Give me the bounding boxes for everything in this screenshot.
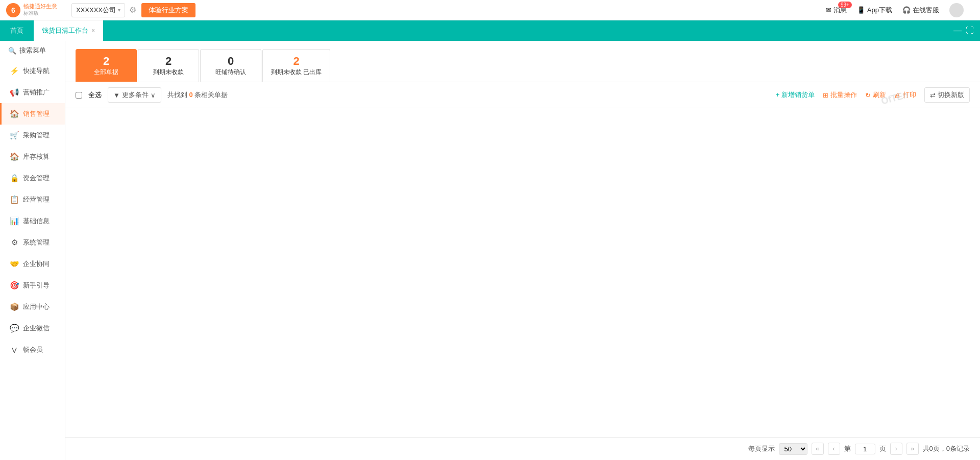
logo-text: 畅捷通好生意 [23, 3, 57, 10]
sidebar-item-marketing[interactable]: 📢 营销推广 [0, 82, 65, 103]
sidebar-item-label: 系统管理 [23, 238, 50, 247]
filter-tabs: 2 全部单据 2 到期未收款 0 旺铺待确认 2 到期未收款 已出库 [65, 41, 980, 82]
refresh-label: 刷新 [873, 90, 886, 100]
sidebar-item-quick-nav[interactable]: ⚡ 快捷导航 [0, 60, 65, 82]
home-icon: 🏠 [10, 109, 19, 118]
close-tab-icon[interactable]: × [91, 27, 95, 34]
filter-icon: ▼ [113, 91, 120, 99]
pagination: 每页显示 50 100 200 « ‹ 第 页 › » 共0页，0条记录 [65, 437, 980, 460]
sidebar-item-wechat[interactable]: 💬 企业微信 [0, 318, 65, 339]
cart-icon: 🛒 [10, 131, 19, 140]
window-controls: — ⛶ [953, 26, 980, 35]
sidebar: 🔍 搜索菜单 ⚡ 快捷导航 📢 营销推广 🏠 销售管理 🛒 采购管理 🏠 库存核… [0, 41, 65, 460]
print-icon: 🖨 [894, 91, 901, 99]
filter-tab-overdue[interactable]: 2 到期未收款 [138, 49, 199, 82]
sidebar-item-purchase[interactable]: 🛒 采购管理 [0, 125, 65, 146]
vip-icon: V [10, 345, 19, 354]
first-page-button[interactable]: « [812, 443, 824, 455]
handshake-icon: 🤝 [10, 259, 19, 269]
sidebar-item-operations[interactable]: 📋 经营管理 [0, 189, 65, 210]
filter-tab-out[interactable]: 2 到期未收款 已出库 [262, 49, 330, 82]
switch-label: 切换新版 [938, 90, 964, 100]
guide-icon: 🎯 [10, 281, 19, 290]
sidebar-item-inventory[interactable]: 🏠 库存核算 [0, 146, 65, 167]
page-size-select[interactable]: 50 100 200 [779, 443, 807, 455]
last-page-icon: » [911, 445, 914, 452]
tab-cash-daily[interactable]: 钱货日清工作台 × [34, 20, 103, 41]
filter-tab-pending[interactable]: 0 旺铺待确认 [200, 49, 261, 82]
found-prefix: 共找到 [167, 91, 187, 99]
next-page-button[interactable]: › [890, 443, 902, 455]
page-size-label: 每页显示 [748, 444, 775, 453]
search-menu-label: 搜索菜单 [19, 46, 46, 55]
chevron-down-icon: ▾ [118, 7, 120, 13]
trial-button[interactable]: 体验行业方案 [141, 3, 195, 17]
sidebar-item-label: 企业协同 [23, 259, 50, 269]
logo-sub: 标准版 [23, 10, 57, 17]
online-service-label: 在线客服 [913, 6, 939, 15]
select-all-checkbox[interactable] [76, 92, 82, 99]
logo-area: 6 畅捷通好生意 标准版 [6, 3, 71, 17]
wechat-icon: 💬 [10, 324, 19, 333]
add-sale-label: + 新增销货单 [776, 90, 815, 100]
sidebar-item-label: 畅会员 [23, 345, 43, 354]
settings-icon[interactable]: ⚙ [129, 5, 136, 15]
page-label: 第 [844, 444, 851, 453]
nav-tabs: 首页 钱货日清工作台 × — ⛶ [0, 20, 980, 41]
refresh-icon: ↻ [865, 91, 871, 99]
tab-home-label: 首页 [10, 26, 23, 35]
lock-icon: 🔒 [10, 174, 19, 183]
top-bar: 6 畅捷通好生意 标准版 XXXXXX公司 ▾ ⚙ 体验行业方案 ✉ 消息 99… [0, 0, 980, 20]
sidebar-item-base-info[interactable]: 📊 基础信息 [0, 210, 65, 232]
page-input[interactable] [855, 444, 875, 454]
first-page-icon: « [816, 445, 819, 452]
sidebar-item-label: 新手引导 [23, 281, 50, 290]
filter-tab-all[interactable]: 2 全部单据 [76, 49, 137, 82]
prev-page-button[interactable]: ‹ [828, 443, 840, 455]
batch-label: 批量操作 [830, 90, 857, 100]
logo-icon: 6 [6, 3, 20, 17]
sidebar-item-finance[interactable]: 🔒 资金管理 [0, 167, 65, 189]
toolbar-right: + 新增销货单 ⊞ 批量操作 ↻ 刷新 🖨 打印 ⇄ 切换新版 [776, 87, 970, 103]
sidebar-item-label: 采购管理 [23, 131, 50, 140]
refresh-button[interactable]: ↻ 刷新 [865, 90, 886, 100]
prev-page-icon: ‹ [833, 445, 835, 452]
found-suffix: 条相关单据 [194, 91, 228, 99]
company-selector[interactable]: XXXXXX公司 ▾ [71, 3, 125, 17]
clipboard-icon: 📋 [10, 195, 19, 204]
sidebar-item-label: 营销推广 [23, 88, 50, 97]
search-icon: 🔍 [8, 47, 16, 55]
message-button[interactable]: ✉ 消息 99+ [826, 6, 847, 15]
print-button[interactable]: 🖨 打印 [894, 90, 916, 100]
last-page-button[interactable]: » [906, 443, 919, 455]
content-area: 2 全部单据 2 到期未收款 0 旺铺待确认 2 到期未收款 已出库 全选 ▼ … [65, 41, 980, 460]
sidebar-item-sales[interactable]: 🏠 销售管理 [0, 103, 65, 125]
message-badge: 99+ [838, 2, 852, 8]
lightning-icon: ⚡ [10, 66, 19, 76]
sidebar-item-system[interactable]: ⚙ 系统管理 [0, 232, 65, 253]
batch-icon: ⊞ [823, 91, 828, 99]
batch-button[interactable]: ⊞ 批量操作 [823, 90, 857, 100]
filter-tab-pending-label: 旺铺待确认 [215, 68, 246, 76]
add-sale-button[interactable]: + 新增销货单 [776, 90, 815, 100]
select-all-label: 全选 [88, 90, 102, 100]
sidebar-item-guide[interactable]: 🎯 新手引导 [0, 275, 65, 296]
sidebar-item-app-center[interactable]: 📦 应用中心 [0, 296, 65, 318]
filter-button[interactable]: ▼ 更多条件 ∨ [108, 87, 161, 103]
switch-version-button[interactable]: ⇄ 切换新版 [924, 87, 970, 103]
warehouse-icon: 🏠 [10, 152, 19, 161]
minimize-icon[interactable]: — [953, 26, 962, 35]
sidebar-item-label: 经营管理 [23, 195, 50, 204]
sidebar-search[interactable]: 🔍 搜索菜单 [0, 41, 65, 60]
online-service-button[interactable]: 🎧 在线客服 [902, 6, 939, 15]
filter-tab-out-count: 2 [271, 55, 322, 68]
headset-icon: 🎧 [902, 6, 911, 14]
tab-home[interactable]: 首页 [0, 20, 34, 41]
app-download-button[interactable]: 📱 App下载 [857, 6, 892, 15]
sidebar-item-enterprise[interactable]: 🤝 企业协同 [0, 253, 65, 275]
toolbar: 全选 ▼ 更多条件 ∨ 共找到 0 条相关单据 + 新增销货单 ⊞ 批量操作 [65, 82, 980, 108]
maximize-icon[interactable]: ⛶ [966, 26, 974, 35]
main-layout: 🔍 搜索菜单 ⚡ 快捷导航 📢 营销推广 🏠 销售管理 🛒 采购管理 🏠 库存核… [0, 41, 980, 460]
sidebar-item-member[interactable]: V 畅会员 [0, 339, 65, 360]
avatar[interactable] [949, 3, 964, 17]
